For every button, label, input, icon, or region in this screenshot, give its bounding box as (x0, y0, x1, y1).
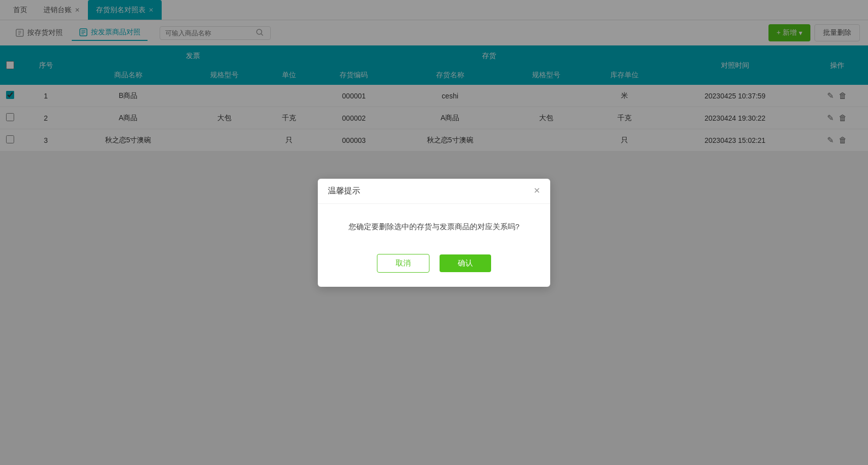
dialog-overlay: 温馨提示 ✕ 您确定要删除选中的存货与发票商品的对应关系吗? 取消 确认 (0, 0, 868, 151)
